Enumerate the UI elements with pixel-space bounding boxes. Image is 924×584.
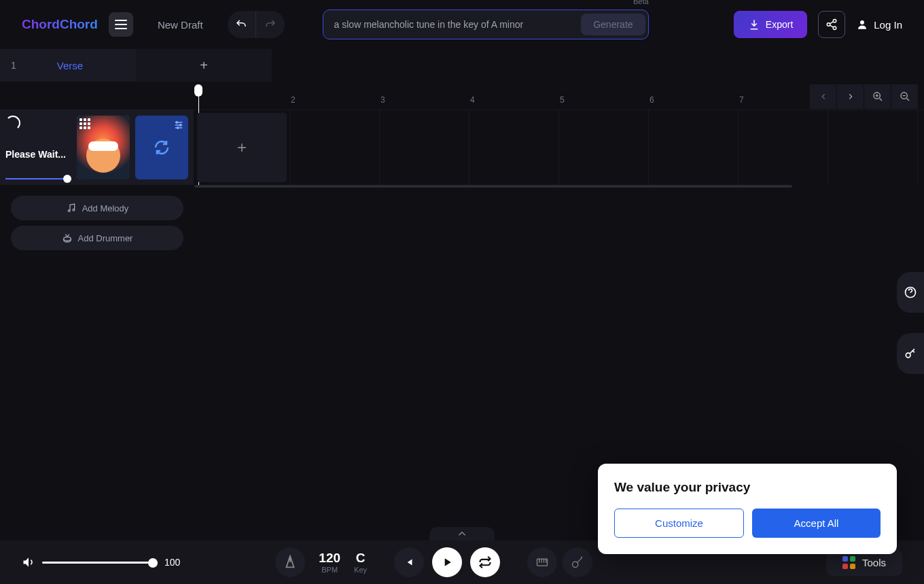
svg-point-6	[176, 122, 178, 124]
grid-line	[917, 110, 918, 185]
piano-button[interactable]	[527, 547, 557, 577]
bpm-value: 120	[319, 551, 340, 566]
grid-line	[379, 110, 380, 185]
track-volume-slider[interactable]	[5, 178, 71, 179]
guitar-button[interactable]	[563, 547, 592, 577]
grid-line	[558, 110, 559, 185]
grid-line	[469, 110, 469, 185]
melody-icon	[66, 203, 77, 213]
guitar-icon	[571, 555, 584, 569]
metronome-button[interactable]	[275, 547, 305, 577]
playhead-handle	[194, 84, 202, 97]
help-tab[interactable]	[897, 272, 924, 313]
skip-back-button[interactable]	[394, 547, 424, 577]
play-button[interactable]	[432, 547, 462, 577]
grid-line	[828, 110, 828, 185]
tools-label: Tools	[862, 557, 886, 568]
privacy-title: We value your privacy	[614, 480, 881, 495]
settings-icon	[173, 120, 184, 131]
volume-slider[interactable]	[42, 562, 158, 564]
track-thumbnail[interactable]	[77, 116, 130, 179]
search-bar: Generate	[323, 10, 649, 39]
undo-button[interactable]	[228, 11, 256, 38]
grid-line	[289, 110, 290, 185]
login-button[interactable]: Log In	[856, 18, 902, 31]
svg-point-7	[179, 124, 181, 126]
svg-point-10	[73, 209, 75, 211]
export-button[interactable]: Export	[734, 11, 807, 38]
timeline-ruler[interactable]: 2 3 4 5 6 7	[0, 82, 924, 110]
master-volume: 100	[22, 555, 180, 569]
loop-icon	[478, 555, 492, 569]
add-melody-label: Add Melody	[82, 203, 129, 213]
svg-point-13	[906, 353, 910, 358]
svg-point-3	[860, 20, 864, 24]
menu-button[interactable]	[109, 12, 133, 37]
timeline[interactable]: +	[194, 110, 924, 185]
grid-line	[738, 110, 739, 185]
expand-panel-tab[interactable]	[429, 527, 495, 540]
key-display[interactable]: C Key	[354, 551, 367, 574]
volume-icon	[22, 555, 35, 569]
download-icon	[748, 18, 760, 31]
ruler-mark: 5	[560, 95, 565, 105]
grid-icon	[79, 118, 90, 129]
draft-title[interactable]: New Draft	[158, 19, 203, 31]
volume-value: 100	[164, 557, 180, 568]
timeline-grid	[289, 110, 924, 185]
privacy-dialog: We value your privacy Customize Accept A…	[598, 464, 897, 554]
add-clip-button[interactable]: +	[197, 113, 287, 182]
chevron-right-icon	[846, 92, 855, 101]
album-art-glasses	[88, 141, 118, 151]
privacy-buttons: Customize Accept All	[614, 509, 881, 538]
bpm-display[interactable]: 120 BPM	[319, 551, 340, 574]
track-header[interactable]: Please Wait...	[0, 110, 194, 185]
accept-all-button[interactable]: Accept All	[752, 509, 881, 538]
zoom-in-icon	[872, 91, 883, 102]
redo-button[interactable]	[256, 11, 285, 38]
prompt-input[interactable]	[334, 19, 582, 30]
tools-icon	[842, 556, 855, 569]
generate-button[interactable]: Generate	[581, 14, 645, 35]
track-info: Please Wait...	[5, 116, 71, 179]
instrument-buttons	[527, 547, 592, 577]
key-value: C	[354, 551, 367, 566]
add-section-button[interactable]: +	[136, 49, 272, 82]
tracks-area: Please Wait... +	[0, 110, 924, 185]
loop-button[interactable]	[470, 547, 500, 577]
chevron-left-icon	[819, 92, 828, 101]
key-tab[interactable]	[897, 333, 924, 374]
undo-redo-group	[228, 11, 285, 38]
timeline-scrollbar[interactable]	[194, 185, 792, 188]
chevron-up-icon	[456, 528, 468, 540]
section-tabs: 1 Verse +	[0, 49, 924, 82]
add-melody-button[interactable]: Add Melody	[11, 196, 183, 220]
header-bar: ChordChord New Draft Beta Generate Expor…	[0, 0, 924, 49]
svg-point-2	[834, 27, 837, 30]
share-button[interactable]	[818, 11, 845, 38]
ruler-mark: 2	[291, 95, 296, 105]
skip-back-icon	[403, 556, 415, 568]
redo-icon	[264, 18, 277, 31]
zoom-out-button[interactable]	[891, 84, 919, 109]
track-regenerate-button[interactable]	[135, 116, 188, 179]
scroll-left-button[interactable]	[810, 84, 837, 109]
customize-button[interactable]: Customize	[614, 509, 744, 538]
add-drummer-label: Add Drummer	[78, 233, 133, 243]
tab-verse[interactable]: 1 Verse	[0, 49, 136, 82]
refresh-icon	[154, 139, 170, 156]
hamburger-icon	[115, 20, 127, 29]
share-icon	[825, 18, 838, 31]
user-icon	[856, 18, 868, 31]
svg-point-9	[68, 210, 70, 212]
help-icon	[904, 286, 917, 299]
logo[interactable]: ChordChord	[22, 17, 98, 32]
add-drummer-button[interactable]: Add Drummer	[11, 226, 183, 250]
metronome-icon	[283, 555, 298, 570]
header-right: Export Log In	[734, 11, 902, 38]
drummer-icon	[62, 233, 73, 243]
zoom-in-button[interactable]	[864, 84, 891, 109]
plus-icon: +	[237, 138, 247, 157]
add-track-buttons: Add Melody Add Drummer	[0, 185, 194, 261]
scroll-right-button[interactable]	[837, 84, 864, 109]
